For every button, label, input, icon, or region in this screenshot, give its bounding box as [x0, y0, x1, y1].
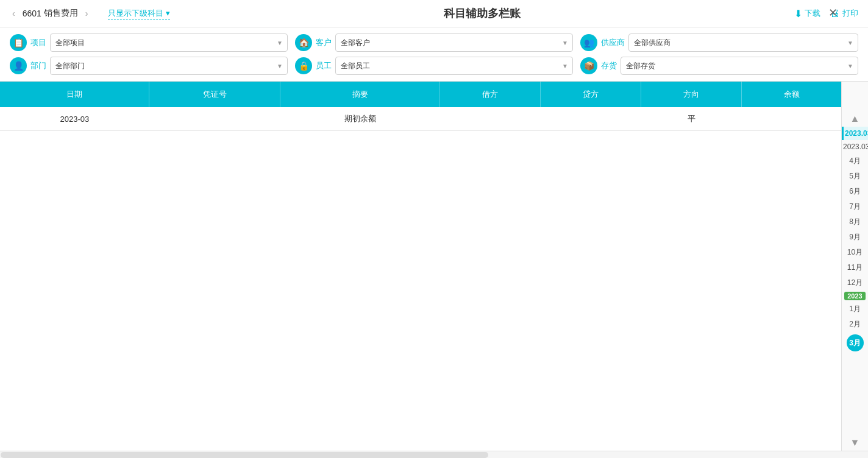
main-window: ✕ ‹ 6601 销售费用 › 只显示下级科目 ▾ 科目辅助多栏账 ⬇ 下载 🖨… [0, 0, 868, 458]
sub-account-label: 只显示下级科目 [108, 8, 163, 19]
supplier-icon: 👥 [580, 34, 597, 51]
sidebar-entry-1[interactable]: 1月 [842, 301, 868, 317]
filter-customer: 🏠 客户 全部客户 ▼ [295, 33, 573, 52]
cell-debit [439, 107, 540, 131]
supplier-label: 供应商 [601, 37, 625, 48]
download-button[interactable]: ⬇ 下载 [794, 8, 820, 19]
filter-supplier: 👥 供应商 全部供应商 ▼ [580, 33, 858, 52]
project-select-wrapper: 全部项目 ▼ [50, 33, 288, 52]
inventory-select[interactable]: 全部存货 [621, 57, 858, 75]
employee-label: 员工 [316, 60, 332, 71]
supplier-select[interactable]: 全部供应商 [628, 33, 858, 52]
ledger-table: 日期 凭证号 摘要 借方 贷方 方向 余额 2023-03期初余额平 [0, 82, 841, 131]
sidebar-year-2023[interactable]: 2023 [842, 291, 868, 301]
sidebar-entry-6[interactable]: 6月 [842, 184, 868, 199]
sidebar-entry-5[interactable]: 5月 [842, 169, 868, 184]
department-icon: 👤 [10, 57, 27, 74]
top-bar: ‹ 6601 销售费用 › 只显示下级科目 ▾ 科目辅助多栏账 ⬇ 下载 🖨 打… [0, 0, 868, 27]
download-label: 下载 [805, 8, 820, 19]
active-month-badge: 3月 [847, 334, 864, 351]
col-date: 日期 [0, 82, 149, 107]
account-name: 销售费用 [44, 8, 78, 19]
col-debit: 借方 [439, 82, 540, 107]
sidebar-entry-11[interactable]: 11月 [842, 260, 868, 275]
col-credit: 贷方 [540, 82, 641, 107]
cell-credit [540, 107, 641, 131]
cell-direction: 平 [641, 107, 742, 131]
department-select[interactable]: 全部部门 [50, 57, 288, 75]
project-label: 项目 [30, 37, 46, 48]
project-icon: 📋 [10, 34, 27, 51]
employee-icon: 🔒 [295, 57, 312, 74]
filter-project: 📋 项目 全部项目 ▼ [10, 33, 288, 52]
prev-account-button[interactable]: ‹ [10, 7, 18, 19]
scrollbar-thumb [1, 452, 488, 458]
department-label: 部门 [30, 60, 46, 71]
cell-summary: 期初余额 [280, 107, 439, 131]
sidebar-entry-2[interactable]: 2月 [842, 317, 868, 332]
filter-row-2: 👤 部门 全部部门 ▼ 🔒 员工 全部员工 ▼ [10, 57, 858, 75]
col-direction: 方向 [641, 82, 742, 107]
col-voucher: 凭证号 [149, 82, 280, 107]
inventory-icon: 📦 [580, 57, 597, 74]
table-container: 日期 凭证号 摘要 借方 贷方 方向 余额 2023-03期初余额平 [0, 82, 868, 451]
sidebar-entry-8[interactable]: 8月 [842, 214, 868, 230]
department-select-wrapper: 全部部门 ▼ [50, 57, 288, 75]
customer-label: 客户 [316, 37, 332, 48]
year-badge-label: 2023 [844, 292, 865, 300]
sidebar-entry-9[interactable]: 9月 [842, 230, 868, 245]
sidebar-entry-2023-03[interactable]: 2023.03 [842, 140, 868, 153]
employee-select-wrapper: 全部员工 ▼ [335, 57, 573, 75]
col-balance: 余额 [742, 82, 841, 107]
filter-employee: 🔒 员工 全部员工 ▼ [295, 57, 573, 75]
customer-icon: 🏠 [295, 34, 312, 51]
right-sidebar: ▲ 2023.03 2023.03 4月 5月 6月 7月 8月 9月 10月 … [841, 82, 868, 451]
sidebar-up-button[interactable]: ▲ [848, 111, 863, 127]
inventory-select-wrapper: 全部存货 ▼ [621, 57, 858, 75]
filter-row-1: 📋 项目 全部项目 ▼ 🏠 客户 全部客户 ▼ [10, 33, 858, 52]
customer-select[interactable]: 全部客户 [335, 33, 573, 52]
sidebar-entry-10[interactable]: 10月 [842, 245, 868, 260]
account-code-box: 6601 销售费用 [23, 8, 78, 19]
page-title: 科目辅助多栏账 [175, 6, 790, 21]
cell-voucher [149, 107, 280, 131]
next-account-button[interactable]: › [83, 7, 91, 19]
cell-date: 2023-03 [0, 107, 149, 131]
sidebar-entry-4[interactable]: 4月 [842, 153, 868, 169]
sidebar-entry-12[interactable]: 12月 [842, 275, 868, 291]
supplier-select-wrapper: 全部供应商 ▼ [628, 33, 858, 52]
sub-account-filter[interactable]: 只显示下级科目 ▾ [108, 8, 170, 19]
sidebar-entry-7[interactable]: 7月 [842, 199, 868, 214]
sidebar-entry-3-active[interactable]: 3月 [842, 332, 868, 354]
sidebar-down-button[interactable]: ▼ [848, 435, 863, 451]
col-summary: 摘要 [280, 82, 439, 107]
bottom-scrollbar[interactable] [0, 451, 868, 458]
table-header-row: 日期 凭证号 摘要 借方 贷方 方向 余额 [0, 82, 841, 107]
print-label: 打印 [842, 8, 858, 19]
customer-select-wrapper: 全部客户 ▼ [335, 33, 573, 52]
account-code: 6601 [23, 9, 41, 18]
employee-select[interactable]: 全部员工 [335, 57, 573, 75]
table-row: 2023-03期初余额平 [0, 107, 841, 131]
close-button[interactable]: ✕ [828, 6, 838, 19]
sub-account-arrow-icon: ▾ [166, 9, 170, 18]
download-icon: ⬇ [794, 8, 802, 19]
filter-department: 👤 部门 全部部门 ▼ [10, 57, 288, 75]
filter-bar: 📋 项目 全部项目 ▼ 🏠 客户 全部客户 ▼ [0, 27, 868, 82]
project-select[interactable]: 全部项目 [50, 33, 288, 52]
content-area: 日期 凭证号 摘要 借方 贷方 方向 余额 2023-03期初余额平 ▲ 202… [0, 82, 868, 451]
cell-balance [742, 107, 841, 131]
sidebar-entry-2023-03-selected[interactable]: 2023.03 [842, 127, 868, 140]
toolbar-actions: ⬇ 下载 🖨 打印 [794, 8, 858, 19]
filter-inventory: 📦 存货 全部存货 ▼ [580, 57, 858, 75]
inventory-label: 存货 [601, 60, 617, 71]
